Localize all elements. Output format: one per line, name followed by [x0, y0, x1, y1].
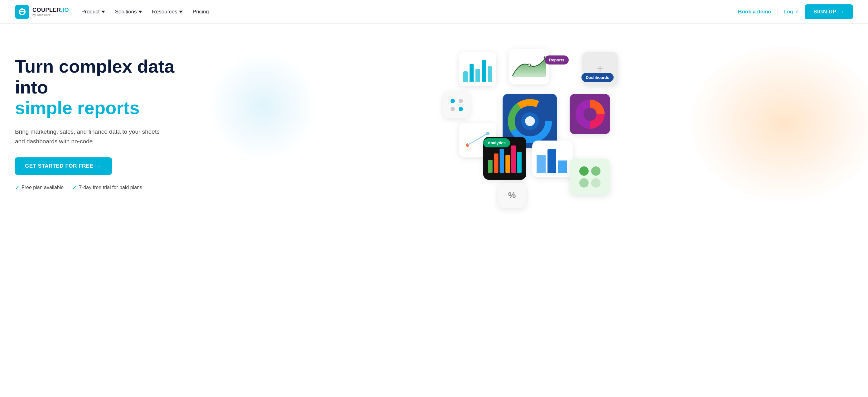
bar-chart-visual	[459, 52, 496, 86]
hero-left: Turn complex data into simple reports Br…	[15, 56, 202, 191]
svg-point-0	[466, 143, 469, 147]
arrow-icon: →	[839, 9, 845, 15]
dot	[451, 99, 455, 103]
nav-solutions[interactable]: Solutions	[115, 9, 142, 15]
analytics-badge: Analytics	[483, 138, 510, 147]
green-dot	[579, 166, 589, 176]
card-pie-chart	[569, 94, 610, 134]
percent-text: %	[508, 190, 516, 200]
cards-grid: + %	[440, 45, 615, 201]
check-icon: ✓	[72, 185, 76, 191]
dashboards-badge: Dashboards	[582, 73, 614, 82]
card-bar-chart2	[532, 140, 573, 177]
nav-left: COUPLER.IO by railsware Product Solution…	[15, 5, 209, 19]
green-dot	[591, 178, 600, 188]
book-demo-link[interactable]: Book a demo	[738, 9, 771, 15]
bar-chart2-visual	[532, 140, 573, 177]
bar	[488, 66, 492, 81]
nav-resources[interactable]: Resources	[152, 9, 183, 15]
coupler-logo-icon	[18, 7, 27, 16]
green-dots-visual	[574, 161, 606, 193]
bg-glow	[691, 45, 868, 201]
navbar: COUPLER.IO by railsware Product Solution…	[0, 0, 868, 24]
bg-blue-glow	[208, 52, 317, 161]
svg-point-10	[525, 116, 535, 126]
chevron-down-icon	[179, 10, 183, 14]
logo-icon	[15, 5, 29, 19]
svg-point-3	[528, 64, 530, 66]
pie-svg	[572, 96, 608, 132]
card-bar-chart	[459, 52, 496, 86]
svg-rect-15	[511, 145, 516, 173]
svg-rect-14	[505, 155, 510, 173]
bar	[536, 155, 546, 173]
bar	[475, 69, 480, 81]
bar	[482, 60, 486, 81]
chevron-down-icon	[101, 10, 105, 14]
green-dot	[579, 178, 589, 188]
signup-button[interactable]: SIGN UP →	[805, 4, 853, 19]
logo-name: COUPLER.IO	[32, 7, 69, 13]
hero-visual: + %	[202, 42, 853, 204]
nav-right: Book a demo Log in SIGN UP →	[738, 4, 853, 19]
dot	[459, 99, 463, 103]
get-started-button[interactable]: GET STARTED FOR FREE →	[15, 157, 112, 175]
reports-badge: Reports	[545, 56, 569, 65]
check-icon: ✓	[15, 185, 19, 191]
dot	[451, 107, 455, 111]
dot-grid	[445, 93, 469, 117]
card-green-dots	[569, 159, 610, 195]
svg-point-18	[583, 107, 596, 121]
logo-text: COUPLER.IO by railsware	[32, 7, 69, 17]
card-percent: %	[498, 183, 526, 208]
hero-title-line1: Turn complex data into	[15, 56, 202, 98]
arrow-icon: →	[96, 163, 102, 169]
hero-section: Turn complex data into simple reports Br…	[0, 24, 868, 217]
card-dots	[443, 92, 470, 118]
logo-sub: by railsware	[32, 13, 69, 17]
svg-rect-13	[499, 148, 504, 173]
bar	[463, 71, 468, 81]
nav-divider	[778, 8, 778, 15]
nav-links: Product Solutions Resources Pricing	[82, 9, 209, 15]
logo[interactable]: COUPLER.IO by railsware	[15, 5, 69, 19]
login-link[interactable]: Log in	[784, 9, 799, 15]
hero-badges: ✓ Free plan available ✓ 7-day free trial…	[15, 185, 202, 191]
svg-point-2	[486, 132, 490, 135]
svg-rect-12	[494, 153, 498, 173]
badge-trial: ✓ 7-day free trial for paid plans	[72, 185, 142, 191]
svg-rect-11	[488, 160, 492, 173]
svg-rect-16	[517, 152, 521, 173]
nav-product[interactable]: Product	[82, 9, 105, 15]
logo-highlight: .IO	[61, 7, 69, 13]
hero-description: Bring marketing, sales, and finance data…	[15, 127, 171, 146]
bar	[548, 149, 557, 173]
chevron-down-icon	[138, 10, 142, 14]
badge-free-plan: ✓ Free plan available	[15, 185, 64, 191]
hero-title-line2: simple reports	[15, 98, 202, 119]
area-chart-svg	[511, 51, 548, 83]
nav-pricing[interactable]: Pricing	[193, 9, 209, 15]
bar	[558, 161, 567, 173]
dot	[459, 107, 463, 111]
bar	[469, 64, 474, 81]
card-area-chart	[509, 48, 549, 85]
green-dot	[591, 166, 600, 176]
